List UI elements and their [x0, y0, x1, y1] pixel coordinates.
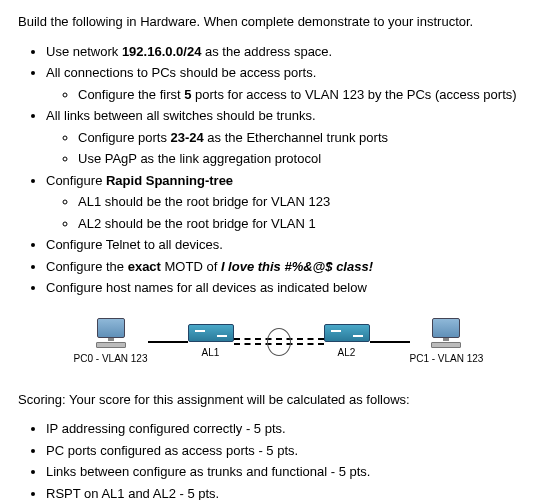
sub-list: Configure ports 23-24 as the Etherchanne…	[46, 128, 539, 169]
sub-list: AL1 should be the root bridge for VLAN 1…	[46, 192, 539, 233]
al1-device: AL1	[188, 324, 234, 360]
device-label: PC0 - VLAN 123	[74, 351, 148, 366]
text: Configure the	[46, 259, 128, 274]
network-diagram: PC0 - VLAN 123 AL1 AL2 PC1 - VLAN 123	[18, 318, 539, 366]
list-item: Configure the exact MOTD of I love this …	[46, 257, 539, 277]
text: Configure the first	[78, 87, 184, 102]
instructions-list: Use network 192.16.0.0/24 as the address…	[18, 42, 539, 298]
pc-icon	[429, 318, 463, 348]
text: as the address space.	[201, 44, 332, 59]
link-line	[148, 341, 188, 343]
scoring-list: IP addressing configured correctly - 5 p…	[18, 419, 539, 500]
list-item: Use network 192.16.0.0/24 as the address…	[46, 42, 539, 62]
al2-device: AL2	[324, 324, 370, 360]
switch-icon	[324, 324, 370, 342]
list-item: Configure ports 23-24 as the Etherchanne…	[78, 128, 539, 148]
list-item: RSPT on AL1 and AL2 - 5 pts.	[46, 484, 539, 501]
bold-text: Rapid Spanning-tree	[106, 173, 233, 188]
list-item: Configure Rapid Spanning-tree	[46, 171, 539, 191]
list-item: Links between configure as trunks and fu…	[46, 462, 539, 482]
bold-text: exact	[128, 259, 161, 274]
list-item: All links between all switches should be…	[46, 106, 539, 126]
intro-text: Build the following in Hardware. When co…	[18, 12, 539, 32]
device-label: PC1 - VLAN 123	[410, 351, 484, 366]
sub-list: Configure the first 5 ports for access t…	[46, 85, 539, 105]
bold-text: 23-24	[171, 130, 204, 145]
switch-icon	[188, 324, 234, 342]
device-label: AL1	[202, 345, 220, 360]
list-item: IP addressing configured correctly - 5 p…	[46, 419, 539, 439]
list-item: Configure Telnet to all devices.	[46, 235, 539, 255]
trunk-link	[234, 338, 324, 345]
list-item: AL1 should be the root bridge for VLAN 1…	[78, 192, 539, 212]
text: Use network	[46, 44, 122, 59]
pc1-device: PC1 - VLAN 123	[410, 318, 484, 366]
text: Configure ports	[78, 130, 171, 145]
text: MOTD of	[161, 259, 221, 274]
list-item: Configure the first 5 ports for access t…	[78, 85, 539, 105]
etherchannel-circle	[267, 328, 291, 356]
list-item: All connections to PCs should be access …	[46, 63, 539, 83]
list-item: AL2 should be the root bridge for VLAN 1	[78, 214, 539, 234]
link-line	[370, 341, 410, 343]
list-item: Configure host names for all devices as …	[46, 278, 539, 298]
list-item: Use PAgP as the link aggregation protoco…	[78, 149, 539, 169]
list-item: PC ports configured as access ports - 5 …	[46, 441, 539, 461]
pc0-device: PC0 - VLAN 123	[74, 318, 148, 366]
text: Configure	[46, 173, 106, 188]
text: as the Etherchannel trunk ports	[204, 130, 388, 145]
bold-text: 192.16.0.0/24	[122, 44, 202, 59]
pc-icon	[94, 318, 128, 348]
italic-text: I love this #%&@$ class!	[221, 259, 373, 274]
text: ports for access to VLAN 123 by the PCs …	[191, 87, 516, 102]
device-label: AL2	[338, 345, 356, 360]
scoring-intro: Scoring: Your score for this assignment …	[18, 390, 539, 410]
